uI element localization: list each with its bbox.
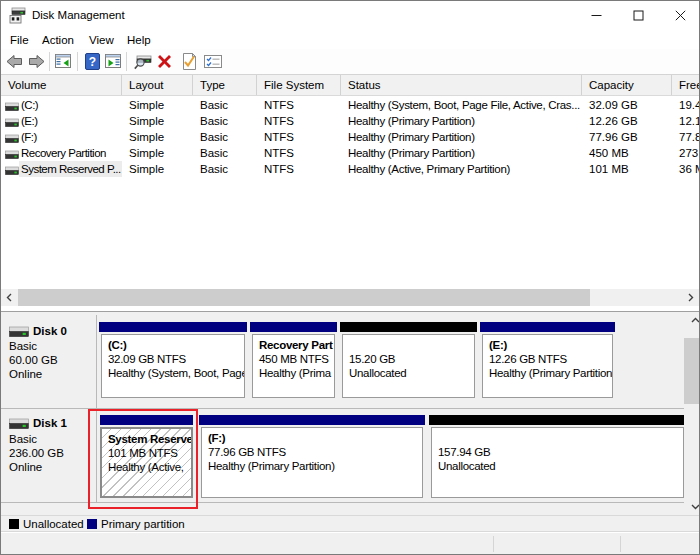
disk-management-window: Disk Management File Action View Help [0,0,700,555]
legend-bar: Unallocated Primary partition [1,515,699,532]
status-bar-separator [493,536,494,552]
cell-layout: Simple [129,113,192,129]
partition-status-line: Healthy (System, Boot, Page [108,367,245,379]
partition-block-unallocated[interactable]: 157.94 GBUnallocated [431,427,684,498]
cell-file-system: NTFS [264,161,340,177]
annotation-highlight-box [88,409,198,509]
disk-type: Basic [9,340,37,352]
partition-block-unallocated[interactable]: 15.20 GBUnallocated [342,334,475,398]
title-bar: Disk Management [1,1,699,30]
volume-row[interactable]: (C:) Simple Basic NTFS Healthy (System, … [1,97,699,113]
column-header-capacity[interactable]: Capacity [582,75,672,95]
cell-type: Basic [200,113,256,129]
partition-title: (F:) [208,432,225,444]
column-header-file-system[interactable]: File System [257,75,341,95]
scroll-up-icon[interactable] [687,312,699,329]
partition-block-e[interactable]: (E:)12.26 GB NTFSHealthy (Primary Partit… [482,334,613,398]
scroll-left-icon[interactable] [1,289,18,306]
volume-row[interactable]: System Reserved P... Simple Basic NTFS H… [1,161,699,177]
commit-icon[interactable] [181,53,198,70]
column-header-free[interactable]: Free [672,75,700,95]
maximize-button[interactable] [618,1,658,29]
partition-status-line: Healthy (Prima [259,367,331,379]
partition-title: (C:) [108,339,127,351]
column-header-status[interactable]: Status [341,75,582,95]
cell-free: 12.1 [679,113,699,129]
cell-free: 19.4 [679,97,699,113]
action-pane-icon[interactable] [105,53,122,70]
column-header-type[interactable]: Type [193,75,257,95]
column-header-volume[interactable]: Volume [1,75,122,95]
scroll-right-icon[interactable] [682,289,699,306]
horizontal-scrollbar-thumb[interactable] [18,289,590,306]
cell-status: Healthy (Primary Partition) [348,145,581,161]
menu-view[interactable]: View [89,32,114,48]
forward-icon[interactable] [28,53,45,70]
partition-color-bar [250,322,337,332]
volume-row[interactable]: Recovery Partition Simple Basic NTFS Hea… [1,145,699,161]
partition-title: Recovery Part [259,339,332,351]
partition-color-bar [429,415,686,425]
properties-icon[interactable] [204,53,221,70]
scroll-down-icon[interactable] [687,498,699,515]
disk-management-icon [9,7,26,24]
back-icon[interactable] [6,53,23,70]
menu-action[interactable]: Action [42,32,74,48]
toolbar-separator [49,52,50,71]
unallocated-legend-label: Unallocated [23,516,84,532]
toolbar: ? [1,49,699,75]
horizontal-scrollbar[interactable] [1,289,699,306]
cell-capacity: 12.26 GB [589,113,671,129]
cell-type: Basic [200,129,256,145]
delete-icon[interactable] [156,53,173,70]
volume-row[interactable]: (E:) Simple Basic NTFS Healthy (Primary … [1,113,699,129]
partition-status-line: Unallocated [349,367,406,379]
cell-volume: (E:) [21,113,122,129]
primary-partition-legend-label: Primary partition [101,516,185,532]
cell-status: Healthy (Active, Primary Partition) [348,161,581,177]
minimize-button[interactable] [576,1,616,29]
rescan-disks-icon[interactable] [134,53,151,70]
disk-label-disk-1[interactable]: Disk 1Basic236.00 GBOnline [1,409,97,502]
volume-icon [5,148,19,158]
cell-type: Basic [200,145,256,161]
partition-size-line: 15.20 GB [349,353,395,365]
cell-file-system: NTFS [264,129,340,145]
partition-size-line: 77.96 GB NTFS [208,446,286,458]
partition-color-bar [340,322,477,332]
partition-block-c[interactable]: (C:)32.09 GB NTFSHealthy (System, Boot, … [101,334,245,398]
vertical-scrollbar-thumb[interactable] [684,338,699,404]
vertical-scrollbar[interactable] [684,312,699,515]
svg-text:?: ? [89,55,96,69]
volume-row[interactable]: (F:) Simple Basic NTFS Healthy (Primary … [1,129,699,145]
cell-file-system: NTFS [264,97,340,113]
column-header-layout[interactable]: Layout [122,75,193,95]
cell-capacity: 450 MB [589,145,671,161]
cell-status: Healthy (Primary Partition) [348,129,581,145]
show-console-tree-icon[interactable] [55,53,72,70]
toolbar-separator [126,52,127,71]
disk-status: Online [9,368,42,380]
menu-file[interactable]: File [10,32,29,48]
menu-help[interactable]: Help [127,32,151,48]
cell-file-system: NTFS [264,113,340,129]
unallocated-swatch [9,519,19,529]
partition-block-f[interactable]: (F:)77.96 GB NTFSHealthy (Primary Partit… [201,427,423,498]
volume-list-header: Volume Layout Type File System Status Ca… [1,75,699,96]
disk-name: Disk 1 [33,417,67,429]
partition-color-bar [99,322,247,332]
cell-status: Healthy (System, Boot, Page File, Active… [348,97,581,113]
help-icon[interactable]: ? [84,53,101,70]
partition-status-line: Healthy (Primary Partition [489,367,612,379]
volume-icon [5,132,19,142]
primary-partition-swatch [87,519,97,529]
close-button[interactable] [660,1,700,29]
partition-color-bar [199,415,425,425]
partition-block-recoverypart[interactable]: Recovery Part450 MB NTFSHealthy (Prima [252,334,335,398]
cell-type: Basic [200,161,256,177]
cell-file-system: NTFS [264,145,340,161]
status-bar [1,533,699,554]
disk-label-disk-0[interactable]: Disk 0Basic60.00 GBOnline [1,315,97,408]
partition-status-line: Healthy (Primary Partition) [208,460,335,472]
partition-size-line: 157.94 GB [438,446,490,458]
